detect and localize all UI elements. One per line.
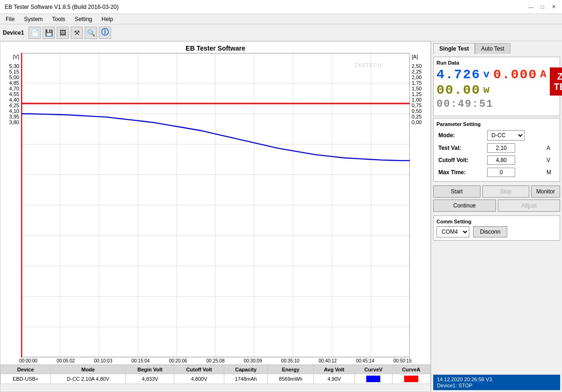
voltage-row: 4.726 v 0.000 A xyxy=(436,67,547,82)
power-unit: w xyxy=(483,84,490,96)
x-label-1: 00:05:02 xyxy=(57,358,75,363)
y-axis-left: 5,30 5,15 5,00 4,85 4,70 4,55 4,40 4,25 … xyxy=(0,61,19,127)
td-curvea xyxy=(392,374,430,384)
cutoff-volt-unit: V xyxy=(545,154,557,166)
max-time-input[interactable] xyxy=(487,168,515,177)
toolbar: Device1 📄 💾 🖼 ⚒ 🔍 ⓘ xyxy=(0,24,562,41)
menu-file[interactable]: File xyxy=(2,15,18,23)
y-left-3: 4,85 xyxy=(9,80,19,86)
zke-logo: ZKE TECH xyxy=(550,67,562,96)
btn-row-1: Start Stop Monitor xyxy=(433,185,560,198)
th-cutoff-volt: Cutoff Volt xyxy=(174,365,224,374)
device-label: Device1 xyxy=(3,30,24,36)
tools-button[interactable]: ⚒ xyxy=(71,27,83,39)
continue-button[interactable]: Continue xyxy=(433,200,496,212)
chart-svg xyxy=(21,53,410,357)
cutoff-volt-label: Cutoff Volt: xyxy=(436,154,485,166)
mode-select[interactable]: D-CC D-CV D-CR D-CP xyxy=(487,130,525,141)
title-bar: EB Tester Software V1.8.5 (Build 2016-03… xyxy=(0,0,562,14)
y-right-9: 0,25 xyxy=(412,114,422,119)
mode-row: Mode: D-CC D-CV D-CR D-CP xyxy=(436,129,557,142)
stop-button[interactable]: Stop xyxy=(482,185,530,198)
com-port-select[interactable]: COM4 COM1 COM2 COM3 COM5 xyxy=(436,226,469,237)
param-section-label: Parameter Setting xyxy=(436,121,557,127)
menu-system[interactable]: System xyxy=(20,15,46,23)
y-right-2: 2,00 xyxy=(412,74,422,80)
menu-help[interactable]: Help xyxy=(98,15,117,23)
chart-svg-wrapper: ZKETECH xyxy=(21,53,410,357)
td-begin-volt: 4,833V xyxy=(126,374,174,384)
y-unit-left: [V] xyxy=(0,53,21,61)
y-left-6: 4,40 xyxy=(9,97,19,103)
status-device: Device1: STOP xyxy=(437,383,556,388)
x-label-6: 00:30:09 xyxy=(244,358,262,363)
minimize-button[interactable]: — xyxy=(527,3,535,11)
y-left-1: 5,15 xyxy=(9,69,19,74)
y-unit-right: [A] xyxy=(410,53,430,61)
voltage-display: 4.726 xyxy=(436,67,481,82)
curve-v-color-box xyxy=(366,376,380,382)
info-button[interactable]: ⓘ xyxy=(99,27,111,39)
test-val-label: Test Val: xyxy=(436,142,485,154)
time-row: 00:49:51 xyxy=(436,98,547,110)
mode-label: Mode: xyxy=(436,129,485,142)
max-time-unit: M xyxy=(545,166,557,178)
y-axis-right: 2,50 2,25 2,00 1,75 1,50 1,25 1,00 0,75 … xyxy=(410,61,429,127)
tabs: Single Test Auto Test xyxy=(433,43,560,54)
td-avg-volt: 4,90V xyxy=(314,374,355,384)
y-right-3: 1,75 xyxy=(412,80,422,86)
new-button[interactable]: 📄 xyxy=(29,27,41,39)
menu-tools[interactable]: Tools xyxy=(48,15,69,23)
status-bar: 14.12.2020 20:26:56 V3. Device1: STOP xyxy=(433,375,560,390)
search-button[interactable]: 🔍 xyxy=(85,27,97,39)
start-button[interactable]: Start xyxy=(433,185,481,198)
time-display: 00:49:51 xyxy=(436,98,494,110)
tab-auto-test[interactable]: Auto Test xyxy=(475,43,510,54)
th-avg-volt: Avg Volt xyxy=(314,365,355,374)
window-title: EB Tester Software V1.8.5 (Build 2016-03… xyxy=(5,4,527,10)
y-left-9: 3,95 xyxy=(9,114,19,119)
monitor-button[interactable]: Monitor xyxy=(531,185,560,198)
btn-row-2: Continue Adjust xyxy=(433,200,560,212)
td-capacity: 1748mAh xyxy=(224,374,267,384)
watermark: ZKETECH xyxy=(355,62,382,68)
save-button[interactable]: 💾 xyxy=(43,27,55,39)
y-right-4: 1,50 xyxy=(412,86,422,91)
td-cutoff-volt: 4,800V xyxy=(174,374,224,384)
y-right-0: 2,50 xyxy=(412,63,422,69)
x-label-8: 00:40:12 xyxy=(318,358,337,363)
x-label-5: 00:25:08 xyxy=(207,358,225,363)
run-data-section: Run Data 4.726 v 0.000 A 00.00 w 00:49:5… xyxy=(433,57,560,116)
adjust-button[interactable]: Adjust xyxy=(498,200,561,212)
y-left-8: 4,10 xyxy=(9,108,19,114)
max-time-label: Max Time: xyxy=(436,166,485,178)
tab-single-test[interactable]: Single Test xyxy=(433,43,475,54)
x-label-0: 00:00:00 xyxy=(19,358,37,363)
td-mode: D-CC 2,10A 4,80V xyxy=(51,374,126,384)
th-curvev: CurveV xyxy=(355,365,392,374)
run-data-label: Run Data xyxy=(436,60,557,66)
test-val-input[interactable] xyxy=(487,143,515,153)
comm-section-label: Comm Setting xyxy=(436,219,557,224)
menu-setting[interactable]: Setting xyxy=(71,15,96,23)
x-label-4: 00:20:06 xyxy=(169,358,187,363)
bottom-table: Device Mode Begin Volt Cutoff Volt Capac… xyxy=(0,364,430,392)
y-right-5: 1,25 xyxy=(412,91,422,97)
max-time-row: Max Time: M xyxy=(436,166,557,178)
y-left-7: 4,25 xyxy=(9,103,19,108)
cutoff-volt-input[interactable] xyxy=(487,155,515,165)
test-val-unit: A xyxy=(545,142,557,154)
open-button[interactable]: 🖼 xyxy=(57,27,69,39)
y-left-0: 5,30 xyxy=(9,63,19,69)
chart-title: EB Tester Software xyxy=(0,42,430,53)
x-label-10: 00:50:15 xyxy=(393,358,412,363)
voltage-unit: v xyxy=(483,69,490,81)
table-row: EBD-USB+ D-CC 2,10A 4,80V 4,833V 4,800V … xyxy=(1,374,430,384)
close-button[interactable]: ✕ xyxy=(550,3,557,11)
chart-area: EB Tester Software [V] 5,30 5,15 5,00 4,… xyxy=(0,41,431,392)
x-label-3: 00:15:04 xyxy=(132,358,150,363)
disconn-button[interactable]: Disconn xyxy=(473,226,507,237)
current-display: 0.000 xyxy=(493,67,537,82)
chart-container: [V] 5,30 5,15 5,00 4,85 4,70 4,55 4,40 4… xyxy=(0,53,430,357)
maximize-button[interactable]: □ xyxy=(539,3,546,11)
